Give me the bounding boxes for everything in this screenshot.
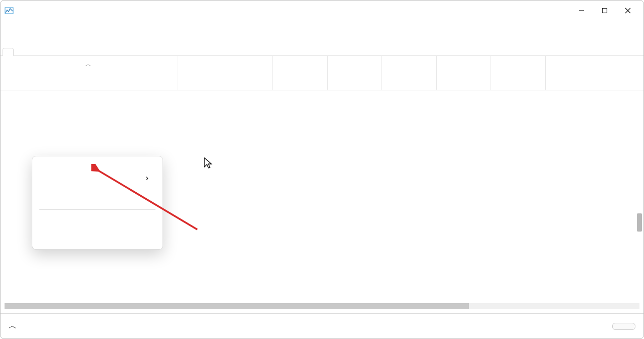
ctx-properties[interactable]: [32, 236, 163, 244]
tab-bar: [1, 38, 643, 56]
col-memory[interactable]: [328, 56, 382, 90]
tab-processes[interactable]: [3, 48, 14, 56]
maximize-button[interactable]: [593, 3, 616, 19]
ctx-open-file-location[interactable]: [32, 220, 163, 228]
horizontal-scrollbar-thumb[interactable]: [5, 303, 469, 309]
sort-indicator-icon: ︿: [85, 60, 91, 69]
ctx-provide-feedback[interactable]: [32, 187, 163, 195]
close-button[interactable]: [616, 3, 639, 19]
col-disk[interactable]: [382, 56, 437, 90]
tab-startup[interactable]: [37, 48, 47, 55]
titlebar: [1, 1, 643, 21]
task-manager-window: ︿ ︿ ›: [0, 0, 644, 339]
table-header: ︿: [1, 56, 643, 90]
chevron-up-icon: ︿: [9, 321, 17, 331]
end-task-button[interactable]: [612, 323, 635, 330]
footer: ︿: [1, 313, 643, 338]
context-menu: ›: [32, 156, 163, 250]
col-network[interactable]: [437, 56, 491, 90]
minimize-button[interactable]: [570, 3, 593, 19]
col-name[interactable]: ︿: [1, 56, 178, 90]
col-status[interactable]: [178, 56, 273, 90]
ctx-search-online[interactable]: [32, 228, 163, 236]
col-gpu[interactable]: [491, 56, 546, 90]
menu-bar: [1, 21, 643, 38]
fewer-details-toggle[interactable]: ︿: [9, 321, 22, 331]
ctx-go-to-details[interactable]: [32, 212, 163, 220]
horizontal-scrollbar[interactable]: [5, 303, 639, 309]
col-gpu-engine[interactable]: [546, 56, 643, 90]
tab-app-history[interactable]: [26, 48, 36, 55]
svg-rect-2: [603, 9, 607, 13]
tab-services[interactable]: [70, 48, 80, 55]
vertical-scrollbar-thumb[interactable]: [637, 213, 642, 232]
tab-performance[interactable]: [15, 48, 25, 55]
chevron-right-icon: ›: [146, 174, 148, 183]
col-cpu[interactable]: [273, 56, 328, 90]
ctx-end-task[interactable]: [32, 161, 163, 170]
tab-users[interactable]: [48, 48, 58, 55]
ctx-separator: [39, 197, 155, 197]
app-icon: [5, 6, 14, 15]
ctx-resource-values[interactable]: ›: [32, 170, 163, 187]
tab-details[interactable]: [59, 48, 69, 55]
ctx-separator: [39, 209, 155, 210]
ctx-create-dump[interactable]: [32, 199, 163, 207]
